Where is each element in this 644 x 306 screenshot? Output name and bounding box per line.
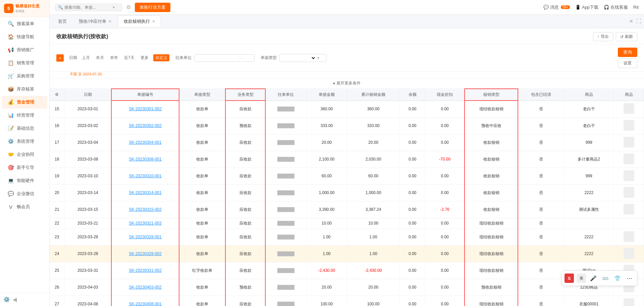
cell-product — [564, 218, 614, 229]
refresh-btn[interactable]: ↺ 刷新 — [616, 32, 637, 41]
table-area[interactable]: ⚙ 日期 单据编号 单据类型 业务类型 往来单位 单据金额 累计核销金额 余额 … — [50, 88, 644, 306]
user-avatar[interactable]: Rit — [633, 5, 639, 10]
cell-discount: 0.00 — [425, 229, 465, 245]
sidebar-item-12[interactable]: 💻智能硬件 — [2, 174, 47, 187]
sidebar-item-14[interactable]: V畅会员 — [2, 200, 47, 213]
cell-included: 否 — [518, 184, 564, 201]
settings-btn[interactable]: 设置 — [618, 58, 637, 68]
filter-action-btns: 查询 设置 — [618, 48, 637, 68]
logo-icon: 6 — [4, 4, 13, 13]
close-tab-icon[interactable]: ✕ — [629, 18, 633, 24]
sidebar-icon-9: ⚙️ — [7, 138, 14, 144]
cell-date: 2023-03-15 — [64, 201, 111, 218]
filter-more[interactable]: 更多 — [139, 54, 150, 61]
tabs-actions: ✕ ⛶ — [629, 18, 641, 24]
cell-discount: 0.00 — [425, 184, 465, 201]
sidebar-item-5[interactable]: 📦库存核算 — [2, 83, 47, 96]
cell-amount: 2,100.00 — [306, 151, 347, 168]
date-label: 日期 — [69, 55, 77, 61]
voucher-type-select[interactable] — [282, 55, 316, 61]
table-row: 16 2023-03-02 SK-20230302-002 收款单 预收款 ██… — [50, 117, 644, 134]
sidebar-item-1[interactable]: 🏠快捷导航 — [2, 30, 47, 43]
bill-no-link[interactable]: SK-20230301-002 — [129, 107, 161, 111]
message-badge: 99+ — [561, 5, 570, 9]
sidebar-label-10: 企业协同 — [17, 151, 34, 158]
bill-no-link[interactable]: SK-20230304-001 — [129, 140, 161, 145]
tab-2[interactable]: 收款核销执行✕ — [118, 15, 161, 27]
cell-included: 否 — [518, 296, 564, 306]
cell-discount: 0.00 — [425, 101, 465, 117]
filter-this-year[interactable]: 本年 — [109, 54, 119, 61]
logo-text: 畅康道好生意 标推版 — [15, 3, 40, 13]
table-body: 15 2023-03-01 SK-20230301-002 收款单 应收款 ██… — [50, 101, 644, 306]
col-verified: 累计核销金额 — [347, 89, 399, 101]
cell-product2 — [614, 134, 644, 151]
float-shirt-icon[interactable]: 👕 — [613, 273, 622, 283]
sidebar-icon-1: 🏠 — [7, 34, 14, 40]
collapse-icon[interactable]: ◀ — [13, 296, 17, 303]
partner-more-icon[interactable]: ··· — [239, 56, 244, 60]
bill-no-link[interactable]: SK-20230328-001 — [129, 235, 161, 239]
float-more-icon[interactable]: ⋯ — [625, 273, 634, 283]
table-row: 25 2023-03-31 SK-20230331-002 红字收款单 应收款 … — [50, 262, 644, 279]
online-service-btn[interactable]: 🎧 在线客服 — [604, 4, 628, 10]
app-download-btn[interactable]: 📱 App下载 — [575, 4, 598, 10]
sidebar-item-8[interactable]: 📝基础信息 — [2, 122, 47, 135]
filter-custom[interactable]: 自定义 — [153, 54, 169, 61]
col-gear[interactable]: ⚙ — [50, 89, 64, 101]
float-mic-icon[interactable]: 🎤 — [589, 273, 598, 283]
tab-close-2[interactable]: ✕ — [152, 19, 155, 24]
bill-no-link[interactable]: SK-20230321-003 — [129, 221, 161, 226]
tab-1[interactable]: 预收/冲应付单✕ — [73, 15, 117, 27]
float-keyboard-icon[interactable]: ⌨️ — [601, 273, 610, 283]
export-btn[interactable]: ↑ 导出 — [593, 32, 613, 41]
bill-no-link[interactable]: SK-20230315-002 — [129, 207, 161, 212]
sidebar-item-0[interactable]: 🔍搜索菜单 — [2, 17, 47, 30]
sidebar-item-4[interactable]: 🛒采购管理 — [2, 70, 47, 82]
sidebar-bottom: ⚙️ ◀ — [0, 293, 49, 306]
search-icon: 🔍 — [58, 5, 63, 10]
filter-last-month[interactable]: 上月 — [80, 54, 91, 61]
topbar-search-wrap[interactable]: 🔍 ▾ — [55, 4, 122, 11]
float-ying-btn[interactable]: 英 — [577, 273, 586, 283]
cell-bill-type: 收款单 — [179, 134, 226, 151]
bill-no-link[interactable]: SK-20230302-002 — [129, 123, 161, 128]
settings-icon[interactable]: ⚙️ — [3, 296, 10, 303]
cell-partner: ██████ — [265, 218, 307, 229]
sidebar-item-7[interactable]: 📊经营管理 — [2, 109, 47, 122]
topbar-search-input[interactable] — [64, 5, 111, 10]
cell-verify-type: 现结收款核销 — [465, 245, 518, 262]
sidebar-item-3[interactable]: 📋销售管理 — [2, 57, 47, 69]
cell-included: 否 — [518, 229, 564, 245]
float-s-btn[interactable]: S — [565, 273, 574, 283]
sidebar-item-10[interactable]: 🤝企业协同 — [2, 148, 47, 161]
filter-collapse-btn[interactable]: » — [56, 54, 64, 62]
sidebar-item-13[interactable]: 💬企业微信 — [2, 187, 47, 200]
bill-no-link[interactable]: SK-20230308-001 — [129, 157, 161, 162]
cell-partner: ██████ — [265, 151, 307, 168]
tab-0[interactable]: 首页 — [52, 15, 72, 27]
sidebar-item-2[interactable]: 📢营销推广 — [2, 44, 47, 56]
sidebar-item-9[interactable]: ⚙️系统管理 — [2, 135, 47, 148]
bill-no-link[interactable]: SK-20230310-001 — [129, 174, 161, 178]
message-btn[interactable]: 💬 消息 99+ — [543, 4, 570, 10]
tab-close-1[interactable]: ✕ — [108, 19, 112, 24]
expand-tab-icon[interactable]: ⛶ — [636, 18, 641, 24]
sidebar-item-11[interactable]: 🎯新手引导 — [2, 161, 47, 174]
topbar-gear-icon[interactable]: ⚙ — [126, 4, 131, 10]
cell-amount: 333.00 — [306, 117, 347, 134]
bill-no-link[interactable]: SK-20230328-002 — [129, 251, 161, 256]
cell-balance: 0.00 — [400, 279, 425, 296]
sidebar-item-6[interactable]: 💰资金管理 — [2, 96, 47, 109]
bill-no-link[interactable]: SK-20230408-001 — [129, 302, 161, 306]
partner-input[interactable] — [197, 56, 237, 60]
expand-btn[interactable]: ▾ 展开更多条件 — [333, 80, 361, 86]
bill-no-link[interactable]: SK-20230314-001 — [129, 190, 161, 195]
query-btn[interactable]: 查询 — [618, 48, 637, 57]
bill-no-link[interactable]: SK-20230403-002 — [129, 285, 161, 290]
filter-7days[interactable]: 近7天 — [123, 54, 136, 61]
filter-this-month[interactable]: 本月 — [95, 54, 105, 61]
col-balance: 余额 — [400, 89, 425, 101]
bill-no-link[interactable]: SK-20230331-002 — [129, 268, 161, 273]
solution-btn[interactable]: 体验行业方案 — [135, 3, 170, 12]
